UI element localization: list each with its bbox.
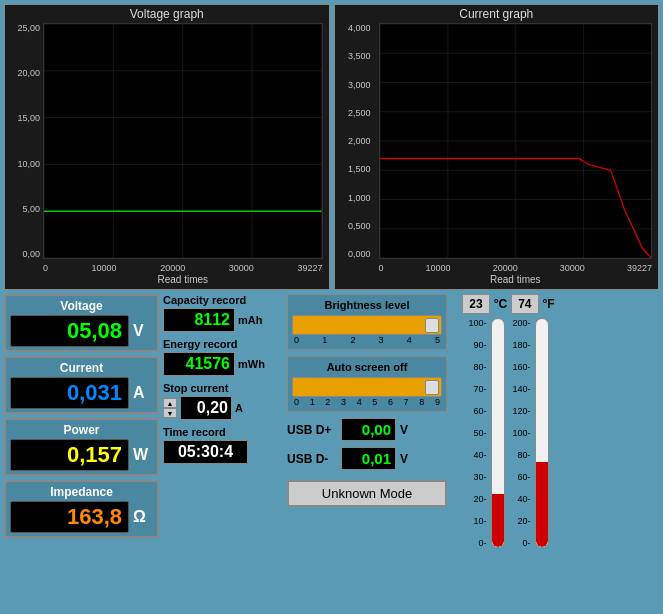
voltage-y-ticks: 25,00 20,00 15,00 10,00 5,00 0,00	[7, 23, 42, 259]
energy-record-section: Energy record 41576 mWh	[163, 338, 283, 376]
right-column: Brightness level 0 1 2 3 4 5 Auto screen…	[287, 294, 447, 610]
usb-dminus-value: 0,01	[341, 447, 396, 470]
auto-screen-slider[interactable]	[292, 377, 442, 397]
brightness-thumb[interactable]	[425, 318, 439, 333]
voltage-meter: Voltage 05,08 V	[4, 294, 159, 352]
impedance-value: 163,8	[10, 501, 129, 533]
bottom-panel: Voltage 05,08 V Current 0,031 A Power 0,…	[0, 290, 663, 614]
celsius-unit: °C	[494, 297, 507, 311]
current-unit: A	[133, 384, 153, 402]
spinner-down-button[interactable]: ▼	[163, 408, 177, 418]
celsius-scale: 100- 90- 80- 70- 60- 50- 40- 30- 20- 10-…	[468, 318, 488, 548]
current-graph: Current graph 4,000 3,500 3,000 2,500 2,…	[334, 4, 660, 290]
usb-dplus-row: USB D+ 0,00 V	[287, 418, 447, 441]
fahrenheit-fill	[536, 462, 548, 547]
usb-dplus-unit: V	[400, 423, 408, 437]
usb-dminus-row: USB D- 0,01 V	[287, 447, 447, 470]
celsius-fill	[492, 494, 504, 547]
voltage-graph: Voltage graph 25,00 20,00 15,00 10,00 5,…	[4, 4, 330, 290]
capacity-value: 8112	[163, 308, 235, 332]
usb-dplus-label: USB D+	[287, 423, 337, 437]
fahrenheit-unit: °F	[543, 297, 555, 311]
power-meter: Power 0,157 W	[4, 418, 159, 476]
current-graph-area	[379, 23, 653, 259]
thermo-header: 23 °C 74 °F	[451, 294, 566, 314]
records-column: Capacity record 8112 mAh Energy record 4…	[163, 294, 283, 610]
voltage-graph-title: Voltage graph	[5, 7, 329, 21]
current-label: Current	[10, 361, 153, 375]
current-x-ticks: 0 10000 20000 30000 39227	[379, 263, 653, 273]
capacity-label: Capacity record	[163, 294, 283, 306]
power-value: 0,157	[10, 439, 129, 471]
energy-unit: mWh	[238, 358, 265, 370]
celsius-thermo: 100- 90- 80- 70- 60- 50- 40- 30- 20- 10-…	[468, 318, 504, 610]
graphs-section: Voltage graph 25,00 20,00 15,00 10,00 5,…	[0, 0, 663, 290]
stop-current-section: Stop current ▲ ▼ 0,20 A	[163, 382, 283, 420]
spinner-up-button[interactable]: ▲	[163, 398, 177, 408]
brightness-ticks: 0 1 2 3 4 5	[292, 335, 442, 345]
voltage-value: 05,08	[10, 315, 129, 347]
usb-dminus-unit: V	[400, 452, 408, 466]
brightness-slider[interactable]	[292, 315, 442, 335]
energy-label: Energy record	[163, 338, 283, 350]
usb-dplus-value: 0,00	[341, 418, 396, 441]
current-y-ticks: 4,000 3,500 3,000 2,500 2,000 1,500 1,00…	[337, 23, 373, 259]
stop-current-unit: A	[235, 402, 243, 414]
celsius-badge: 23	[462, 294, 489, 314]
auto-screen-thumb[interactable]	[425, 380, 439, 395]
energy-value: 41576	[163, 352, 235, 376]
voltage-x-ticks: 0 10000 20000 30000 39227	[43, 263, 323, 273]
capacity-unit: mAh	[238, 314, 262, 326]
auto-screen-ticks: 0 1 2 3 4 5 6 7 8 9	[292, 397, 442, 407]
capacity-record-section: Capacity record 8112 mAh	[163, 294, 283, 332]
fahrenheit-badge: 74	[511, 294, 538, 314]
brightness-section: Brightness level 0 1 2 3 4 5	[287, 294, 447, 350]
fahrenheit-thermo: 200- 180- 160- 140- 120- 100- 80- 60- 40…	[513, 318, 549, 610]
voltage-label: Voltage	[10, 299, 153, 313]
stop-current-value: 0,20	[180, 396, 232, 420]
auto-screen-section: Auto screen off 0 1 2 3 4 5 6 7 8 9	[287, 356, 447, 412]
voltage-unit: V	[133, 322, 153, 340]
thermometers: 100- 90- 80- 70- 60- 50- 40- 30- 20- 10-…	[451, 318, 566, 610]
time-label: Time record	[163, 426, 283, 438]
current-x-label: Read times	[379, 274, 653, 285]
current-value: 0,031	[10, 377, 129, 409]
time-value: 05:30:4	[163, 440, 248, 464]
voltage-x-label: Read times	[43, 274, 323, 285]
usb-dminus-label: USB D-	[287, 452, 337, 466]
power-unit: W	[133, 446, 153, 464]
fahrenheit-scale: 200- 180- 160- 140- 120- 100- 80- 60- 40…	[513, 318, 533, 548]
impedance-label: Impedance	[10, 485, 153, 499]
power-label: Power	[10, 423, 153, 437]
thermometer-column: 23 °C 74 °F 100- 90- 80- 70- 60- 50- 40-…	[451, 294, 566, 610]
current-graph-title: Current graph	[335, 7, 659, 21]
fahrenheit-tube	[535, 318, 549, 548]
impedance-unit: Ω	[133, 508, 153, 526]
meters-column: Voltage 05,08 V Current 0,031 A Power 0,…	[4, 294, 159, 610]
auto-screen-title: Auto screen off	[292, 361, 442, 373]
brightness-title: Brightness level	[292, 299, 442, 311]
stop-current-spinner[interactable]: ▲ ▼	[163, 398, 177, 418]
celsius-tube	[491, 318, 505, 548]
stop-current-label: Stop current	[163, 382, 283, 394]
time-record-section: Time record 05:30:4	[163, 426, 283, 464]
current-meter: Current 0,031 A	[4, 356, 159, 414]
impedance-meter: Impedance 163,8 Ω	[4, 480, 159, 538]
voltage-graph-area	[43, 23, 323, 259]
unknown-mode-button[interactable]: Unknown Mode	[287, 480, 447, 507]
